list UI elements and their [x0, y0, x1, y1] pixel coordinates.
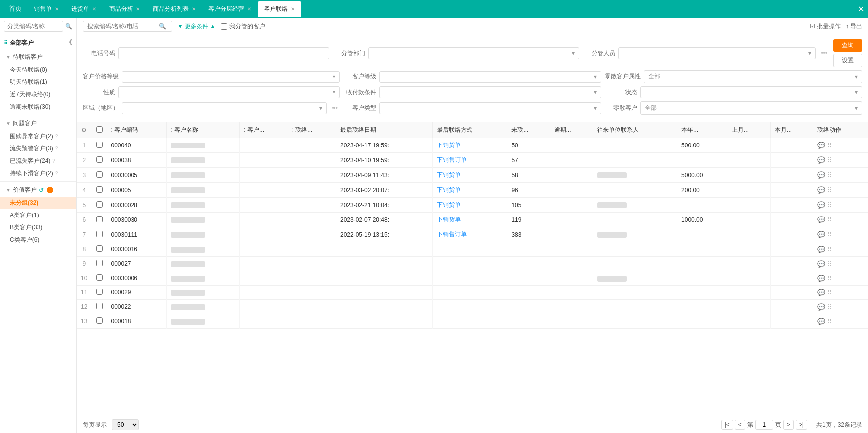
settings-icon[interactable]: ⚙: [81, 127, 87, 134]
sidebar-item-class-c[interactable]: C类客户(6): [0, 234, 76, 246]
chat-icon[interactable]: 💬: [817, 289, 825, 296]
price-level-select[interactable]: ▾: [122, 71, 340, 83]
area-more-icon[interactable]: •••: [330, 103, 340, 114]
chat-icon[interactable]: 💬: [817, 156, 825, 164]
more-icon[interactable]: ⠿: [827, 171, 832, 179]
sidebar-item-overdue[interactable]: 逾期未联络(30): [0, 101, 76, 113]
gender-select[interactable]: ▾: [118, 86, 340, 98]
row-checkbox[interactable]: [96, 317, 103, 324]
sidebar-item-unclassified[interactable]: 未分组(32): [0, 197, 76, 209]
last-method-link[interactable]: 下销货单: [437, 186, 461, 193]
row-checkbox[interactable]: [96, 274, 103, 281]
row-checkbox[interactable]: [96, 260, 103, 266]
query-btn[interactable]: 查询: [833, 39, 862, 52]
more-icon[interactable]: ⠿: [827, 260, 832, 268]
row-checkbox[interactable]: [96, 245, 103, 252]
tab-goods-analysis-list[interactable]: 商品分析列表 ✕: [147, 1, 201, 17]
last-method-link[interactable]: 下销货单: [437, 171, 461, 178]
payment-select[interactable]: ▾: [379, 86, 601, 98]
chat-icon[interactable]: 💬: [817, 171, 825, 179]
more-icon[interactable]: ⠿: [827, 303, 832, 311]
person-select[interactable]: ▾: [618, 47, 816, 59]
tab-customer-contact[interactable]: 客户联络 ✕: [258, 1, 301, 17]
page-size-select[interactable]: 50 100 200: [112, 419, 139, 430]
phone-input[interactable]: [118, 47, 329, 59]
chat-icon[interactable]: 💬: [817, 186, 825, 194]
tab-customer-segment[interactable]: 客户分层经营 ✕: [202, 1, 257, 17]
chat-icon[interactable]: 💬: [817, 231, 825, 238]
dept-select[interactable]: ▾: [368, 47, 579, 59]
last-method-link[interactable]: 下销货单: [437, 201, 461, 208]
prev-page-btn[interactable]: <: [735, 420, 745, 430]
status-select[interactable]: ▾: [640, 86, 862, 98]
tab-sales[interactable]: 销售单 ✕: [28, 1, 65, 17]
chat-icon[interactable]: 💬: [817, 246, 825, 253]
chat-icon[interactable]: 💬: [817, 260, 825, 268]
close-customer-segment-tab[interactable]: ✕: [247, 6, 251, 12]
close-goods-analysis-tab[interactable]: ✕: [136, 6, 140, 12]
row-checkbox[interactable]: [96, 171, 103, 178]
more-conditions-btn[interactable]: ▼ 更多条件 ▲: [177, 22, 216, 31]
retail-attr-select[interactable]: 全部 ▾: [644, 70, 862, 83]
more-icon[interactable]: ⠿: [827, 289, 832, 296]
more-icon[interactable]: ⠿: [827, 275, 832, 282]
last-method-link[interactable]: 下销货单: [437, 216, 461, 223]
sidebar-item-lost[interactable]: 已流失客户(24) ?: [0, 155, 76, 167]
home-tab[interactable]: 首页: [4, 2, 27, 15]
close-window-icon[interactable]: ✕: [858, 4, 864, 14]
my-customers-checkbox-area[interactable]: 我分管的客户: [221, 22, 265, 31]
export-btn[interactable]: ↑ 导出: [846, 22, 862, 31]
refresh-icon[interactable]: ↺: [39, 187, 44, 194]
more-icon[interactable]: ⠿: [827, 156, 832, 164]
tab-goods-analysis[interactable]: 商品分析 ✕: [103, 1, 146, 17]
filter-search-icon[interactable]: 🔍: [159, 23, 166, 30]
row-checkbox[interactable]: [96, 289, 103, 295]
last-page-btn[interactable]: >|: [796, 420, 807, 430]
more-icon[interactable]: ⠿: [827, 246, 832, 253]
sidebar-item-class-b[interactable]: B类客户(33): [0, 221, 76, 234]
chat-icon[interactable]: 💬: [817, 216, 825, 223]
row-checkbox[interactable]: [96, 156, 103, 163]
customer-type-select[interactable]: ▾: [379, 102, 601, 114]
person-more-icon[interactable]: •••: [819, 48, 829, 59]
row-checkbox[interactable]: [96, 201, 103, 208]
close-customer-contact-tab[interactable]: ✕: [291, 6, 295, 12]
next-page-btn[interactable]: >: [783, 420, 794, 430]
last-method-link[interactable]: 下销售订单: [437, 156, 467, 163]
sidebar-item-7days[interactable]: 近7天待联络(0): [0, 88, 76, 101]
more-icon[interactable]: ⠿: [827, 216, 832, 223]
pending-contact-group[interactable]: ▼ 待联络客户: [0, 50, 76, 64]
first-page-btn[interactable]: |<: [721, 420, 733, 430]
more-icon[interactable]: ⠿: [827, 231, 832, 238]
problem-customers-group[interactable]: ▼ 问题客户: [0, 117, 76, 130]
more-icon[interactable]: ⠿: [827, 142, 832, 149]
sidebar-search-input[interactable]: [4, 21, 63, 32]
more-icon[interactable]: ⠿: [827, 186, 832, 194]
close-goods-analysis-list-tab[interactable]: ✕: [192, 6, 196, 12]
sidebar-item-declining[interactable]: 持续下滑客户(2) ?: [0, 167, 76, 180]
filter-search-input[interactable]: [87, 23, 157, 30]
tab-purchase[interactable]: 进货单 ✕: [66, 1, 102, 17]
sidebar-search-icon[interactable]: 🔍: [65, 23, 72, 30]
more-icon[interactable]: ⠿: [827, 318, 832, 325]
last-method-link[interactable]: 下销售订单: [437, 231, 467, 238]
sidebar-item-class-a[interactable]: A类客户(1): [0, 209, 76, 221]
customer-level-select[interactable]: ▾: [379, 71, 601, 83]
chat-icon[interactable]: 💬: [817, 142, 825, 149]
last-method-link[interactable]: 下销货单: [437, 142, 461, 148]
row-checkbox[interactable]: [96, 186, 103, 193]
batch-op-btn[interactable]: ☑ 批量操作: [810, 22, 841, 31]
sidebar-item-tomorrow[interactable]: 明天待联络(1): [0, 76, 76, 88]
collapse-btn[interactable]: 《: [66, 38, 72, 47]
sidebar-item-abnormal[interactable]: 囤购异常客户(2) ?: [0, 130, 76, 143]
chat-icon[interactable]: 💬: [817, 303, 825, 311]
chat-icon[interactable]: 💬: [817, 318, 825, 325]
row-checkbox[interactable]: [96, 142, 103, 148]
row-checkbox[interactable]: [96, 216, 103, 222]
close-purchase-tab[interactable]: ✕: [92, 6, 96, 12]
close-sales-tab[interactable]: ✕: [55, 6, 59, 12]
row-checkbox[interactable]: [96, 231, 103, 237]
sidebar-item-today[interactable]: 今天待联络(0): [0, 64, 76, 76]
my-customers-checkbox[interactable]: [221, 23, 227, 30]
page-number-input[interactable]: [755, 420, 773, 430]
